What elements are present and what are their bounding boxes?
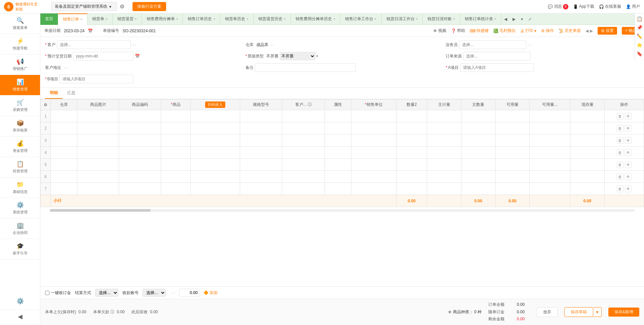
settings-gear-icon[interactable]: ⚙ [120,3,126,10]
copy-row-3-btn[interactable]: ⊕ [625,137,632,144]
sales-stats-tab-close[interactable]: × [494,17,496,21]
tab-sales-order[interactable]: 销售订单 × [58,13,87,25]
cell-main-qty-3[interactable] [461,134,495,147]
cell-main-qty-2[interactable] [461,122,495,134]
tab-home[interactable]: 首页 [40,13,58,25]
cell-cust-code-1[interactable] [282,110,325,122]
nav-next-icon[interactable]: ▶ [590,29,593,33]
tab-nav-next[interactable]: ▶ [510,13,518,25]
operation-btn[interactable]: ⚙ 操作 [541,28,554,34]
cell-code-6[interactable] [119,171,161,183]
sales-return-tab-close[interactable]: × [106,17,108,21]
calendar-icon[interactable]: 📅 [88,29,93,33]
sales-expense-history-tab-close[interactable]: × [333,17,335,21]
sales-refund-tab-close[interactable]: × [135,17,137,21]
receipt-more-icon[interactable]: ··· [171,290,175,295]
table-container[interactable]: ⚙ 仓库 商品图片 商品编码 *商品 扫码录入 规格型号 客户... ⓘ 属性 … [40,99,644,286]
tab-detail[interactable]: 明细 [45,88,63,99]
cell-image-7[interactable] [77,183,119,195]
cell-product-3[interactable] [161,134,191,147]
delete-row-6-btn[interactable]: 🗑 [617,173,623,180]
cell-cust-code-6[interactable] [282,171,325,183]
tab-cash-reconcile[interactable]: 钱货日清对账 × [423,13,460,25]
copy-row-6-btn[interactable]: ⊕ [625,173,632,180]
tab-sales-order-history[interactable]: 销售订单历史 × [183,13,220,25]
copy-row-5-btn[interactable]: ⊕ [625,161,632,168]
cell-stock-4[interactable] [570,147,605,159]
tab-expand-button[interactable]: ⤢ [526,13,534,25]
sales-workbench-tab-close[interactable]: × [375,17,377,21]
cell-cust-code-4[interactable] [282,147,325,159]
cell-code-7[interactable] [119,183,161,195]
sidebar-item-system[interactable]: ⚙️ 系统管理 [0,198,40,218]
cell-property-7[interactable] [325,183,351,195]
cell-property-3[interactable] [325,134,351,147]
cell-unit-7[interactable] [351,183,396,195]
cell-product-7[interactable] [161,183,191,195]
cell-scan-2[interactable] [190,122,240,134]
tab-sales-refund[interactable]: 销货退货 × [113,13,142,25]
tab-sales-workbench[interactable]: 销售订单工作台 × [340,13,382,25]
cell-image-1[interactable] [77,110,119,122]
cell-product-6[interactable] [161,171,191,183]
tab-sales-return-history[interactable]: 销货单历史 × [220,13,254,25]
right-panel-icon-1[interactable]: 📋 [636,15,644,23]
cell-image-5[interactable] [77,159,119,171]
cell-main-qty-4[interactable] [461,147,495,159]
cell-warehouse-6[interactable] [51,171,77,183]
delete-row-5-btn[interactable]: 🗑 [617,161,623,168]
sidebar-item-purchase[interactable]: 🛒 采购管理 [0,95,40,116]
sales-order-history-tab-close[interactable]: × [213,17,215,21]
cell-avail-6[interactable] [495,171,530,183]
sidebar-item-marketing[interactable]: 📢 营销推广 [0,54,40,75]
cell-avail-3[interactable] [495,134,530,147]
cell-property-2[interactable] [325,122,351,134]
cell-spec-7[interactable] [240,183,282,195]
cell-product-1[interactable] [161,110,191,122]
tab-sales-return[interactable]: 销货单 × [87,13,113,25]
cell-cust-code-3[interactable] [282,134,325,147]
cell-qty2-2[interactable] [396,122,427,134]
cell-main-unit-1[interactable] [427,110,461,122]
cell-code-1[interactable] [119,110,161,122]
cell-warehouse-2[interactable] [51,122,77,134]
cell-code-3[interactable] [119,134,161,147]
cell-warehouse-1[interactable] [51,110,77,122]
project-b-input[interactable] [60,75,134,83]
cell-warehouse-7[interactable] [51,183,77,195]
cell-avail2-1[interactable] [530,110,570,122]
cell-cust-code-7[interactable] [282,183,325,195]
cell-avail2-6[interactable] [530,171,570,183]
cell-code-2[interactable] [119,122,161,134]
horizontal-scrollbar-track[interactable] [40,207,644,214]
staff-more-icon[interactable]: ··· [528,42,532,47]
cell-main-unit-4[interactable] [427,147,461,159]
delivery-date-input[interactable] [73,52,134,60]
cell-stock-3[interactable] [570,134,605,147]
delivery-calendar-icon[interactable]: 📅 [135,54,140,58]
save-draft-button[interactable]: 保存草稿 [564,307,593,317]
discard-button[interactable]: 放弃 [537,307,558,317]
cell-product-5[interactable] [161,159,191,171]
cell-scan-6[interactable] [190,171,240,183]
receipt-amount-input[interactable] [179,289,199,297]
sidebar-item-enterprise[interactable]: 🏢 企业协同 [0,218,40,239]
cell-main-qty-5[interactable] [461,159,495,171]
cell-scan-4[interactable] [190,147,240,159]
cell-stock-1[interactable] [570,110,605,122]
cell-qty2-6[interactable] [396,171,427,183]
cell-property-6[interactable] [325,171,351,183]
cell-spec-4[interactable] [240,147,282,159]
sidebar-item-newbie[interactable]: 🎓 新手引导 [0,239,40,259]
cell-spec-1[interactable] [240,110,282,122]
cell-property-1[interactable] [325,110,351,122]
cell-qty2-4[interactable] [396,147,427,159]
cell-cust-code-2[interactable] [282,122,325,134]
scroll-thumb[interactable] [50,209,151,212]
scroll-track[interactable] [50,209,635,212]
sidebar-item-operations[interactable]: 📋 经营管理 [0,157,40,177]
save-new-button[interactable]: 保存&新增 [608,308,639,317]
add-button[interactable]: 🔶 添加 [203,290,218,296]
sidebar-collapse-button[interactable]: ◀ [0,310,40,325]
sales-return-history-tab-close[interactable]: × [247,17,249,21]
